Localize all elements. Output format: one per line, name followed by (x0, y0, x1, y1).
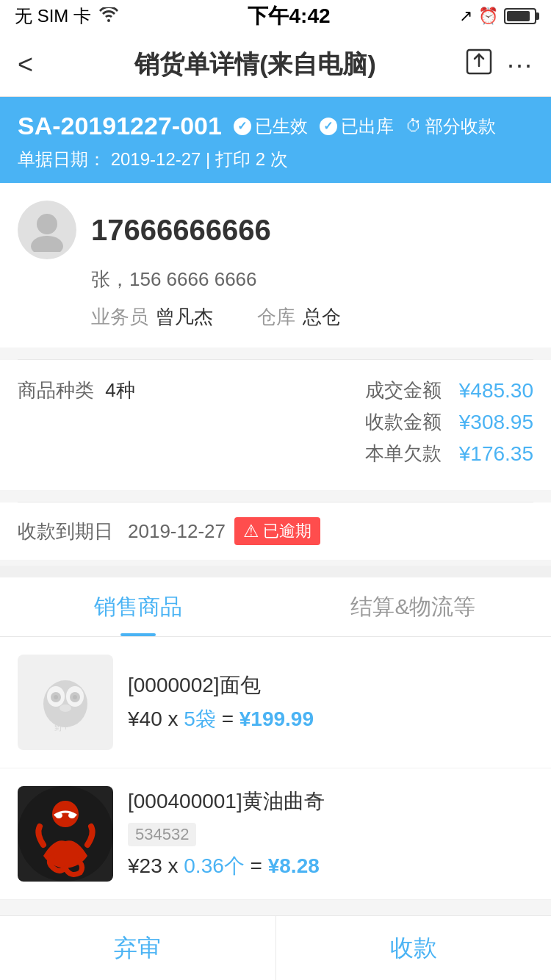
nav-bar: < 销货单详情(来自电脑) ··· (0, 32, 551, 97)
bottom-bar: 弃审 收款 (0, 915, 551, 980)
product-name-1: [0000002]面包 (128, 671, 533, 699)
order-date-row: 单据日期： 2019-12-27 | 打印 2 次 (18, 148, 533, 171)
nav-actions: ··· (466, 48, 533, 81)
product-list: 野+ [0000002]面包 ¥40 x 5袋 = ¥199.99 (0, 637, 551, 900)
date-label: 单据日期： (18, 149, 106, 169)
share-button[interactable] (466, 48, 492, 81)
customer-info: 张，156 6666 6666 (18, 267, 533, 292)
product-item-1: 野+ [0000002]面包 ¥40 x 5袋 = ¥199.99 (0, 637, 551, 768)
price-2: ¥23 (128, 854, 162, 877)
due-date-label: 收款到期日 (18, 519, 113, 544)
owed-label: 本单欠款 (365, 441, 442, 466)
qty-2: 0.36个 (184, 854, 245, 877)
overdue-label: 已逾期 (263, 520, 311, 542)
tab-products[interactable]: 销售商品 (0, 577, 276, 636)
product-image-1: 野+ (18, 655, 113, 750)
status-shipped-label: 已出库 (341, 115, 394, 138)
summary-section: 商品种类 4种 成交金额 ¥485.30 收款金额 ¥308.95 本单欠款 ¥… (0, 360, 551, 490)
product-image-2 (18, 786, 113, 882)
order-date: 2019-12-27 (111, 149, 201, 169)
price-1: ¥40 (128, 707, 162, 730)
received-value: ¥308.95 (459, 411, 533, 434)
alarm-icon: ⏰ (478, 7, 498, 26)
summary-left: 商品种类 4种 (18, 378, 135, 403)
avatar (18, 201, 76, 259)
svg-point-15 (55, 813, 62, 818)
order-id: SA-20191227-001 (18, 112, 222, 140)
svg-text:野+: 野+ (54, 722, 68, 732)
customer-section: 17666666666 张，156 6666 6666 业务员 曾凡杰 仓库 总… (0, 183, 551, 347)
due-section: 收款到期日 2019-12-27 ⚠ 已逾期 (0, 502, 551, 560)
qty-1: 5袋 (184, 707, 216, 730)
summary-right: 成交金额 ¥485.30 收款金额 ¥308.95 本单欠款 ¥176.35 (365, 378, 533, 472)
product-count: 4种 (105, 379, 134, 401)
overdue-badge: ⚠ 已逾期 (234, 517, 320, 545)
overdue-icon: ⚠ (243, 521, 259, 541)
svg-point-16 (68, 813, 76, 818)
product-price-1: ¥40 x 5袋 = ¥199.99 (128, 705, 533, 733)
equals-1: = (222, 707, 240, 730)
product-price-2: ¥23 x 0.36个 = ¥8.28 (128, 852, 533, 880)
location-icon: ↗ (459, 7, 472, 26)
svg-point-10 (73, 695, 77, 699)
back-button[interactable]: < (18, 49, 45, 80)
check-icon-2: ✓ (320, 118, 337, 135)
multiply-1: x (168, 707, 184, 730)
product-sku-2: 534532 (128, 823, 196, 846)
deal-amount-value: ¥485.30 (459, 379, 533, 403)
svg-point-2 (37, 214, 57, 234)
confirm-button[interactable]: 收款 (276, 916, 552, 980)
status-badge-shipped: ✓ 已出库 (320, 115, 394, 138)
deal-amount-label: 成交金额 (365, 378, 442, 403)
total-2: ¥8.28 (268, 854, 320, 877)
check-icon-1: ✓ (234, 118, 251, 135)
status-badge-effective: ✓ 已生效 (234, 115, 308, 138)
product-info-2: [000400001]黄油曲奇 534532 ¥23 x 0.36个 = ¥8.… (128, 788, 533, 880)
owed-row: 本单欠款 ¥176.35 (365, 441, 533, 466)
owed-value: ¥176.35 (459, 442, 533, 466)
product-name-2: [000400001]黄油曲奇 (128, 788, 533, 815)
svg-point-3 (31, 236, 63, 252)
svg-point-9 (54, 695, 58, 699)
wifi-icon (98, 6, 119, 26)
cancel-label: 弃审 (114, 932, 161, 965)
product-item-2: [000400001]黄油曲奇 534532 ¥23 x 0.36个 = ¥8.… (0, 768, 551, 900)
received-label: 收款金额 (365, 409, 442, 435)
clock-icon: ⏱ (406, 117, 422, 136)
carrier-label: 无 SIM 卡 (15, 4, 91, 28)
confirm-label: 收款 (390, 932, 437, 965)
status-right: ↗ ⏰ (459, 7, 536, 26)
salesperson-item: 业务员 曾凡杰 (91, 304, 213, 330)
received-row: 收款金额 ¥308.95 (365, 409, 533, 435)
product-info-1: [0000002]面包 ¥40 x 5袋 = ¥199.99 (128, 671, 533, 733)
customer-meta: 业务员 曾凡杰 仓库 总仓 (18, 304, 533, 330)
svg-point-11 (60, 705, 71, 712)
status-partial-label: 部分收款 (425, 115, 496, 138)
nav-title: 销货单详情(来自电脑) (45, 48, 466, 82)
salesperson-label: 业务员 (91, 304, 148, 330)
total-1: ¥199.99 (240, 707, 314, 730)
tab-settlement[interactable]: 结算&物流等 (276, 577, 551, 636)
order-header: SA-20191227-001 ✓ 已生效 ✓ 已出库 ⏱ 部分收款 单据日期：… (0, 97, 551, 183)
section-divider (0, 566, 551, 577)
due-date-value: 2019-12-27 (128, 520, 226, 543)
order-id-row: SA-20191227-001 ✓ 已生效 ✓ 已出库 ⏱ 部分收款 (18, 112, 533, 140)
status-badge-partial: ⏱ 部分收款 (406, 115, 496, 138)
tab-settlement-label: 结算&物流等 (350, 592, 475, 622)
status-effective-label: 已生效 (255, 115, 308, 138)
warehouse-item: 仓库 总仓 (257, 304, 341, 330)
status-left: 无 SIM 卡 (15, 4, 119, 28)
more-button[interactable]: ··· (507, 49, 533, 80)
print-info: | 打印 2 次 (206, 149, 288, 169)
equals-2: = (251, 854, 268, 877)
multiply-2: x (168, 854, 184, 877)
tab-products-label: 销售商品 (94, 592, 182, 622)
warehouse-label: 仓库 (257, 304, 295, 330)
cancel-button[interactable]: 弃审 (0, 916, 276, 980)
customer-name: 17666666666 (91, 214, 271, 247)
product-type-label: 商品种类 (18, 379, 94, 401)
deal-amount-row: 成交金额 ¥485.30 (365, 378, 533, 403)
customer-top: 17666666666 (18, 201, 533, 259)
salesperson-value: 曾凡杰 (156, 304, 213, 330)
warehouse-value: 总仓 (303, 304, 341, 330)
